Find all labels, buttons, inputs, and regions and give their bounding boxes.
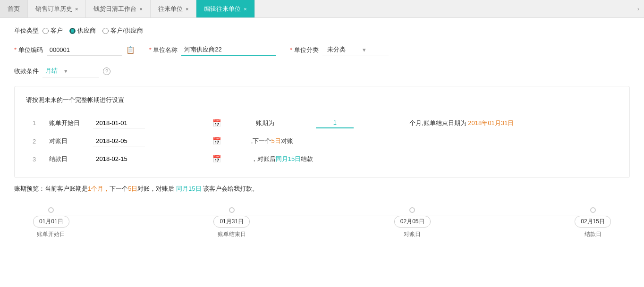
timeline-dot-2	[229, 207, 235, 213]
step-row-3: 3 结款日 📅 ，对账后同月15日结款	[26, 150, 618, 168]
step-row-1: 1 账单开始日 📅 账期为 个月,账单结束日期为	[26, 114, 618, 132]
steps-table: 1 账单开始日 📅 账期为 个月,账单结束日期为	[26, 114, 618, 168]
section-title: 请按照未来的一个完整帐期进行设置	[26, 96, 618, 104]
timeline-label-2: 账单结束日	[218, 230, 246, 238]
section-box: 请按照未来的一个完整帐期进行设置 1 账单开始日 📅 账期为	[14, 86, 630, 178]
chevron-down-icon: ▾	[363, 46, 366, 53]
timeline-dot-1	[48, 207, 54, 213]
payment-term-label: 收款条件	[14, 67, 39, 76]
timeline-label-3: 对账日	[404, 230, 421, 238]
radio-group: 客户 供应商 客户/供应商	[42, 26, 143, 35]
unit-code-input[interactable]	[47, 44, 122, 56]
step-label-2: 对账日	[42, 132, 86, 150]
tab-bar: 首页 销售订单历史 × 钱货日清工作台 × 往来单位 × 编辑往来单位 × ›	[0, 0, 644, 18]
timeline-point-2: 01月31日 账单结束日	[213, 207, 250, 238]
unit-name-label: 单位名称	[149, 46, 178, 54]
preview-middle: 下一个	[110, 185, 128, 192]
preview-highlight2: 5日	[128, 185, 137, 192]
preview-highlight3: 同月15日	[176, 185, 201, 192]
close-tab-edit-partner[interactable]: ×	[244, 6, 246, 12]
period-label: 账期为	[256, 119, 274, 127]
tab-more-button[interactable]: ›	[633, 0, 644, 17]
step-num-3: 3	[26, 150, 42, 168]
unit-type-label: 单位类型	[14, 26, 39, 35]
timeline-badge-3: 02月05日	[394, 216, 431, 228]
timeline-badge-1: 01月01日	[33, 216, 69, 228]
step-num-2: 2	[26, 132, 42, 150]
reconcile-date-input[interactable]	[93, 136, 145, 146]
radio-supplier[interactable]: 供应商	[69, 26, 96, 35]
unit-category-field: 单位分类 未分类 ▾	[290, 43, 389, 56]
timeline-label-4: 结款日	[585, 230, 602, 238]
timeline-point-1: 01月01日 账单开始日	[33, 207, 69, 238]
end-date-highlight: 2018年01月31日	[468, 119, 514, 127]
timeline-point-4: 02月15日 结款日	[575, 207, 611, 238]
reconcile-desc2: 对账	[281, 137, 293, 144]
payment-date-calendar-icon[interactable]: 📅	[212, 155, 221, 163]
step-label-1: 账单开始日	[42, 114, 86, 132]
code-calendar-icon[interactable]: 📋	[126, 46, 135, 54]
payment-term-select[interactable]: 月结 ▾	[42, 65, 99, 77]
reconcile-desc1: ,下一个	[251, 137, 271, 144]
unit-category-value: 未分类	[327, 45, 346, 54]
tab-sales-history[interactable]: 销售订单历史 ×	[28, 0, 86, 17]
unit-category-label: 单位分类	[290, 46, 319, 54]
payment-desc2: 结款	[301, 155, 313, 162]
tab-cash-work[interactable]: 钱货日清工作台 ×	[86, 0, 150, 17]
radio-customer[interactable]: 客户	[42, 26, 63, 35]
chevron-down-icon-2: ▾	[64, 68, 68, 75]
unit-name-field: 单位名称	[149, 44, 276, 56]
unit-code-field: 单位编码 📋	[14, 44, 135, 56]
timeline-dot-4	[590, 207, 596, 213]
preview-suffix2: 该客户会给我打款。	[203, 185, 258, 192]
period-input[interactable]	[316, 118, 354, 128]
close-tab-cash-work[interactable]: ×	[139, 6, 142, 12]
close-tab-sales-history[interactable]: ×	[75, 6, 78, 12]
start-date-input[interactable]	[93, 118, 145, 128]
step-num-1: 1	[26, 114, 42, 132]
main-content: 单位类型 客户 供应商 客户/供应商 单位编码 📋	[0, 18, 644, 287]
unit-type-field: 单位类型 客户 供应商 客户/供应商	[14, 26, 143, 35]
payment-day-highlight: 同月15日	[276, 155, 301, 162]
step-row-2: 2 对账日 📅 ,下一个5日对账	[26, 132, 618, 150]
start-date-calendar-icon[interactable]: 📅	[212, 119, 221, 127]
unit-category-select[interactable]: 未分类 ▾	[322, 43, 389, 56]
period-suffix: 个月,账单结束日期为	[409, 119, 466, 127]
preview-text: 账期预览：当前客户账期是1个月，下一个5日对账，对账后 同月15日 该客户会给我…	[14, 185, 630, 193]
step-label-3: 结款日	[42, 150, 86, 168]
timeline: 01月01日 账单开始日 01月31日 账单结束日 02月05日 对账日 02月…	[14, 203, 630, 253]
unit-type-row: 单位类型 客户 供应商 客户/供应商	[14, 26, 630, 35]
help-icon[interactable]: ?	[103, 68, 110, 75]
preview-prefix: 账期预览：当前客户账期是	[14, 185, 88, 192]
code-name-row: 单位编码 📋 单位名称 单位分类 未分类 ▾	[14, 43, 630, 56]
payment-term-row: 收款条件 月结 ▾ ?	[14, 65, 630, 77]
preview-highlight1: 1个月，	[88, 185, 110, 192]
tab-edit-partner[interactable]: 编辑往来单位 ×	[196, 0, 254, 17]
timeline-points: 01月01日 账单开始日 01月31日 账单结束日 02月05日 对账日 02月…	[33, 207, 611, 238]
payment-desc1: ，对账后	[251, 155, 276, 162]
tab-home[interactable]: 首页	[0, 0, 28, 17]
reconcile-date-calendar-icon[interactable]: 📅	[212, 137, 221, 145]
close-tab-partner[interactable]: ×	[186, 6, 188, 12]
timeline-label-1: 账单开始日	[37, 230, 65, 238]
timeline-badge-4: 02月15日	[575, 216, 611, 228]
timeline-badge-2: 01月31日	[213, 216, 250, 228]
tab-partner[interactable]: 往来单位 ×	[151, 0, 196, 17]
radio-both[interactable]: 客户/供应商	[102, 26, 143, 35]
timeline-dot-3	[409, 207, 415, 213]
reconcile-day-highlight: 5日	[271, 137, 280, 144]
payment-date-input[interactable]	[93, 154, 145, 164]
preview-suffix1: 对账，对账后	[137, 185, 174, 192]
unit-name-input[interactable]	[181, 44, 276, 56]
payment-term-field: 收款条件 月结 ▾ ?	[14, 65, 110, 77]
unit-code-label: 单位编码	[14, 46, 43, 54]
timeline-point-3: 02月05日 对账日	[394, 207, 431, 238]
payment-term-value: 月结	[45, 67, 58, 75]
